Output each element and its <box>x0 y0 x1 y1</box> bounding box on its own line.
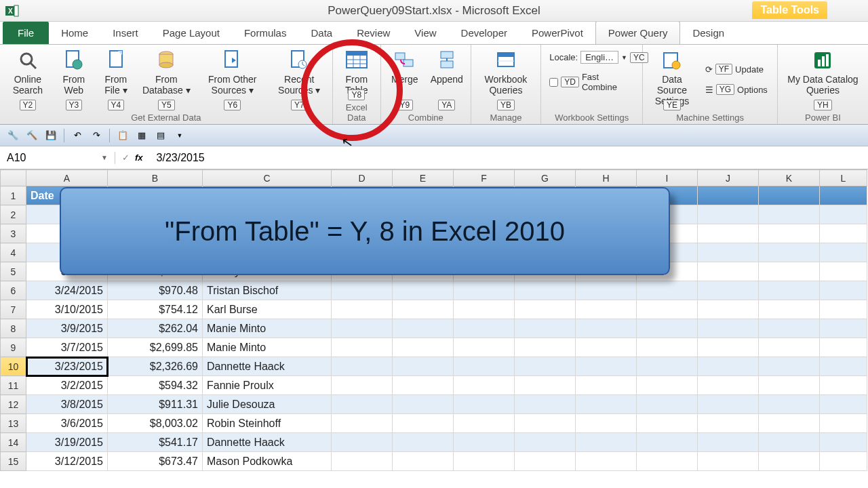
svg-rect-17 <box>347 52 367 56</box>
append-icon <box>433 48 460 73</box>
merge-button[interactable]: Merge Y9 <box>384 47 426 112</box>
tab-powerpivot[interactable]: PowerPivot <box>519 22 595 44</box>
svg-rect-33 <box>818 60 821 66</box>
svg-rect-34 <box>822 56 825 66</box>
svg-rect-25 <box>441 61 453 68</box>
svg-point-11 <box>159 62 173 68</box>
tab-view[interactable]: View <box>402 22 448 44</box>
database-icon <box>153 48 180 73</box>
svg-rect-28 <box>498 53 514 57</box>
workbook-queries-button[interactable]: Workbook Queries YB <box>474 47 538 112</box>
from-web-button[interactable]: From Web Y3 <box>53 47 95 112</box>
tab-design[interactable]: Design <box>680 22 736 44</box>
qat-icon-1[interactable]: 🔧 <box>5 128 20 143</box>
file-tab[interactable]: File <box>3 22 49 44</box>
web-file-icon <box>60 48 87 73</box>
table-row[interactable]: 63/24/2015$970.48Tristan Bischof <box>1 281 867 300</box>
group-excel-data: From Table Y8 Excel Data <box>333 45 381 124</box>
svg-rect-22 <box>395 53 405 60</box>
fast-combine-row[interactable]: YD Fast Combine <box>547 70 637 94</box>
my-data-catalog-button[interactable]: My Data Catalog Queries YH <box>781 47 865 112</box>
quick-access-toolbar: 🔧 🔨 💾 ↶ ↷ 📋 ▦ ▤ ▼ <box>0 125 868 146</box>
file-icon <box>102 48 130 73</box>
column-headers[interactable]: ABC DEF GHI JKL <box>1 170 867 186</box>
from-file-button[interactable]: From File ▾ Y4 <box>95 47 137 112</box>
table-row[interactable]: 73/10/2015$754.12Karl Burse <box>1 300 867 319</box>
table-row[interactable]: 93/7/2015$2,699.85Manie Minto <box>1 338 867 357</box>
tab-power-query[interactable]: Power Query <box>595 21 681 44</box>
powerbi-icon <box>809 48 836 73</box>
svg-point-3 <box>21 54 32 64</box>
qat-more-icon[interactable]: ▼ <box>172 128 187 143</box>
svg-point-6 <box>73 60 82 69</box>
svg-rect-35 <box>826 54 829 66</box>
data-source-settings-button[interactable]: Data Source Settings YE <box>646 47 698 112</box>
data-source-icon <box>658 48 686 73</box>
group-machine-settings: Data Source Settings YE ⟳ YF Update ☰ YG… <box>643 45 778 124</box>
tab-page-layout[interactable]: Page Layout <box>151 22 232 44</box>
formula-value[interactable]: 3/23/2015 <box>150 152 212 164</box>
table-row[interactable]: 123/8/2015$911.31Julie Desouza <box>1 395 867 414</box>
svg-point-31 <box>672 61 680 69</box>
options-button[interactable]: ☰ YG Options <box>703 83 770 96</box>
name-box[interactable]: A10 ▼ <box>0 152 115 164</box>
other-sources-icon <box>219 48 246 73</box>
tab-insert[interactable]: Insert <box>100 22 151 44</box>
recent-icon <box>285 48 313 73</box>
from-database-button[interactable]: From Database ▾ Y5 <box>137 47 196 112</box>
group-combine: Merge Y9 Append YA Combine <box>381 45 471 124</box>
title-bar: X PowerQuery09Start.xlsx - Microsoft Exc… <box>0 0 868 22</box>
table-row[interactable]: 153/12/2015$673.47Mason Podkowka <box>1 452 867 471</box>
annotation-callout: "From Table" = Y, 8 in Excel 2010 <box>60 187 670 275</box>
recent-sources-button[interactable]: Recent Sources ▾ Y7 <box>269 47 330 112</box>
qat-paste-icon[interactable]: 📋 <box>115 128 130 143</box>
table-icon <box>343 48 370 73</box>
search-icon <box>14 48 41 73</box>
svg-text:X: X <box>8 7 13 15</box>
tab-formulas[interactable]: Formulas <box>232 22 299 44</box>
table-row[interactable]: 103/23/2015$2,326.69Dannette Haack <box>1 357 867 376</box>
fx-icon[interactable]: fx <box>135 152 143 163</box>
update-button[interactable]: ⟳ YF Update <box>703 62 770 76</box>
table-row[interactable]: 113/2/2015$594.32Fannie Proulx <box>1 376 867 395</box>
from-other-sources-button[interactable]: From Other Sources ▾ Y6 <box>196 47 269 112</box>
qat-icon-4[interactable]: ▤ <box>153 128 168 143</box>
formula-bar: A10 ▼ ✓ fx 3/23/2015 <box>0 146 868 169</box>
function-wizard-icon[interactable]: ✓ <box>122 152 130 163</box>
svg-line-4 <box>31 63 36 68</box>
group-workbook-settings: Locale: Engli… ▼ YC YD Fast Combine Work… <box>541 45 643 124</box>
contextual-tab-label: Table Tools <box>752 1 827 19</box>
qat-icon-2[interactable]: 🔨 <box>24 128 39 143</box>
from-table-button[interactable]: From Table Y8 <box>336 47 378 102</box>
group-get-external-data: Online Search Y2 From Web Y3 From File ▾… <box>0 45 333 124</box>
svg-rect-7 <box>110 51 122 67</box>
tab-developer[interactable]: Developer <box>449 22 519 44</box>
online-search-button[interactable]: Online Search Y2 <box>3 47 53 112</box>
qat-icon-3[interactable]: ▦ <box>134 128 149 143</box>
tab-data[interactable]: Data <box>298 22 344 44</box>
table-row[interactable]: 143/19/2015$541.17Dannette Haack <box>1 433 867 452</box>
table-row[interactable]: 133/6/2015$8,003.02Robin Steinhoff <box>1 414 867 433</box>
chevron-down-icon: ▼ <box>101 154 108 161</box>
group-power-bi: My Data Catalog Queries YH Power BI <box>778 45 868 124</box>
options-icon: ☰ <box>705 85 713 95</box>
svg-rect-24 <box>441 52 453 58</box>
excel-app-icon: X <box>4 3 20 19</box>
locale-row[interactable]: Locale: Engli… ▼ YC <box>547 49 637 65</box>
svg-rect-23 <box>403 60 413 66</box>
append-button[interactable]: Append YA <box>426 47 468 112</box>
svg-rect-12 <box>225 51 237 67</box>
merge-icon <box>391 48 418 73</box>
tab-review[interactable]: Review <box>344 22 402 44</box>
fast-combine-checkbox[interactable] <box>549 78 558 87</box>
ribbon: Online Search Y2 From Web Y3 From File ▾… <box>0 45 868 125</box>
table-row[interactable]: 83/9/2015$262.04Manie Minto <box>1 319 867 338</box>
undo-icon[interactable]: ↶ <box>70 128 85 143</box>
window-title: PowerQuery09Start.xlsx - Microsoft Excel <box>328 4 540 18</box>
tab-home[interactable]: Home <box>49 22 100 44</box>
update-icon: ⟳ <box>705 64 713 75</box>
svg-rect-2 <box>14 5 18 16</box>
group-manage: Workbook Queries YB Manage <box>471 45 541 124</box>
redo-icon[interactable]: ↷ <box>89 128 104 143</box>
save-icon[interactable]: 💾 <box>43 128 58 143</box>
